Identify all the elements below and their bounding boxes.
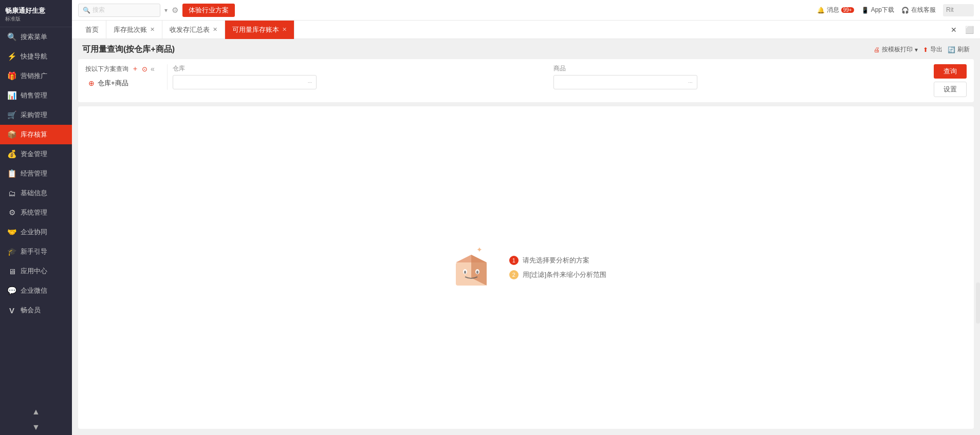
tab-home[interactable]: 首页 (78, 21, 106, 39)
scheme-header: 按以下方案查询 ＋ ⊙ « (85, 64, 160, 73)
sidebar-item-onboard[interactable]: 🎓 新手引导 (0, 242, 72, 261)
scheme-item-label: 仓库+商品 (98, 79, 128, 88)
main-area: 🔍 搜索 ▾ ⚙ 体验行业方案 🔔 消息 99+ 📱 App下载 🎧 在线客服 … (72, 0, 980, 435)
tip-num-1: 1 (509, 256, 519, 265)
scheme-section: 按以下方案查询 ＋ ⊙ « ⊕ 仓库+商品 (85, 64, 168, 90)
query-panel: 按以下方案查询 ＋ ⊙ « ⊕ 仓库+商品 仓库 ·· (78, 59, 974, 102)
gear-icon: ⚙ (7, 208, 16, 217)
app-download-button[interactable]: 📱 App下载 (861, 6, 894, 14)
sidebar-item-label: 应用中心 (21, 267, 47, 276)
sidebar-item-basic-info[interactable]: 🗂 基础信息 (0, 183, 72, 203)
empty-tip-2: 2 用[过滤]条件来缩小分析范围 (509, 270, 606, 279)
bell-icon: 🔔 (817, 7, 825, 14)
refresh-action[interactable]: 🔄 刷新 (948, 45, 970, 54)
print-action[interactable]: 🖨 按模板打印 ▾ (874, 45, 918, 54)
sidebar-item-label: 经营管理 (21, 169, 47, 178)
page-header: 可用量查询(按仓库+商品) 🖨 按模板打印 ▾ ⬆ 导出 🔄 刷新 (72, 39, 980, 59)
topbar-right: 🔔 消息 99+ 📱 App下载 🎧 在线客服 Rit (817, 4, 974, 16)
user-avatar[interactable]: Rit (943, 4, 974, 16)
message-badge: 99+ (841, 7, 854, 13)
close-window-button[interactable]: ✕ (947, 23, 960, 36)
sidebar-item-inventory[interactable]: 📦 库存核算 (0, 125, 72, 144)
tab-batch-account[interactable]: 库存批次账 ✕ (106, 21, 162, 39)
settings-icon[interactable]: ⚙ (172, 6, 178, 15)
sidebar-item-sales[interactable]: 📊 销售管理 (0, 86, 72, 105)
search-icon: 🔍 (83, 7, 90, 14)
sidebar-item-label: 资金管理 (21, 149, 47, 159)
sidebar-item-label: 畅会员 (21, 306, 41, 315)
print-chevron-icon[interactable]: ▾ (915, 46, 918, 53)
tab-available-ledger[interactable]: 可用量库存账本 ✕ (225, 21, 294, 39)
empty-svg: ✦ (446, 242, 497, 293)
product-label: 商品 (553, 64, 929, 73)
content-area: 可用量查询(按仓库+商品) 🖨 按模板打印 ▾ ⬆ 导出 🔄 刷新 (72, 39, 980, 435)
maximize-window-button[interactable]: ⬜ (963, 23, 976, 36)
app-download-label: App下载 (871, 6, 894, 14)
close-icon[interactable]: ✕ (150, 26, 155, 33)
topbar: 🔍 搜索 ▾ ⚙ 体验行业方案 🔔 消息 99+ 📱 App下载 🎧 在线客服 … (72, 0, 980, 21)
sidebar-item-label: 系统管理 (21, 208, 47, 217)
close-icon[interactable]: ✕ (282, 26, 287, 33)
export-action[interactable]: ⬆ 导出 (923, 45, 942, 54)
svg-point-5 (464, 271, 466, 274)
sidebar-item-app-center[interactable]: 🖥 应用中心 (0, 261, 72, 281)
add-scheme-button[interactable]: ＋ (132, 64, 139, 73)
message-label: 消息 (827, 6, 839, 14)
chat-icon: 💬 (7, 286, 16, 295)
tab-receive-summary[interactable]: 收发存汇总表 ✕ (162, 21, 225, 39)
scheme-icon: ⊕ (88, 79, 95, 87)
sidebar-item-purchase[interactable]: 🛒 采购管理 (0, 105, 72, 125)
message-button[interactable]: 🔔 消息 99+ (817, 6, 854, 14)
settings-scheme-button[interactable]: ⊙ (142, 65, 147, 73)
print-label: 按模板打印 (882, 45, 913, 54)
sidebar-item-enterprise[interactable]: 🤝 企业协同 (0, 222, 72, 242)
svg-point-6 (476, 271, 478, 274)
sidebar-item-marketing[interactable]: 🎁 营销推广 (0, 66, 72, 86)
app-subtitle: 标准版 (5, 15, 67, 23)
sidebar-item-search[interactable]: 🔍 搜索菜单 (0, 27, 72, 47)
sidebar-item-wechat[interactable]: 💬 企业微信 (0, 281, 72, 300)
dropdown-chevron-icon[interactable]: ▾ (164, 7, 168, 14)
empty-tip-1: 1 请先选择要分析的方案 (509, 256, 606, 265)
print-icon: 🖨 (874, 46, 880, 53)
sidebar-item-label: 新手引导 (21, 247, 47, 256)
sidebar-item-label: 企业微信 (21, 286, 47, 295)
sidebar-item-shortcut[interactable]: ⚡ 快捷导航 (0, 47, 72, 66)
chart-icon: 📊 (7, 91, 16, 100)
product-more-icon[interactable]: ··· (688, 80, 692, 85)
sidebar-scroll-down[interactable]: ▼ (0, 420, 72, 435)
sidebar-scroll-up[interactable]: ▲ (0, 404, 72, 420)
sidebar-item-operation[interactable]: 📋 经营管理 (0, 164, 72, 183)
tip-num-2: 2 (509, 270, 519, 279)
warehouse-more-icon[interactable]: ··· (308, 80, 312, 85)
online-service-button[interactable]: 🎧 在线客服 (901, 6, 936, 14)
clipboard-icon: 📋 (7, 169, 16, 178)
query-button[interactable]: 查询 (934, 64, 967, 79)
svg-text:✦: ✦ (476, 245, 483, 254)
warehouse-input[interactable]: ··· (173, 75, 317, 89)
sidebar-item-label: 营销推广 (21, 71, 47, 81)
sidebar-item-member[interactable]: V 畅会员 (0, 300, 72, 320)
empty-illustration: ✦ (446, 242, 497, 293)
graduation-icon: 🎓 (7, 247, 16, 256)
trial-button[interactable]: 体验行业方案 (182, 4, 235, 17)
monitor-icon: 🖥 (7, 267, 16, 276)
sidebar-item-finance[interactable]: 💰 资金管理 (0, 144, 72, 164)
lightning-icon: ⚡ (7, 52, 16, 61)
product-input[interactable]: ··· (553, 75, 697, 89)
close-icon[interactable]: ✕ (213, 26, 217, 33)
tip-text-1: 请先选择要分析的方案 (523, 256, 589, 265)
sidebar-nav: 🔍 搜索菜单 ⚡ 快捷导航 🎁 营销推广 📊 销售管理 🛒 采购管理 📦 库存核… (0, 27, 72, 404)
export-label: 导出 (930, 45, 942, 54)
tab-receive-summary-label: 收发存汇总表 (170, 25, 210, 34)
action-buttons: 查询 设置 (934, 64, 967, 97)
page-header-actions: 🖨 按模板打印 ▾ ⬆ 导出 🔄 刷新 (874, 45, 970, 54)
right-scrollbar[interactable] (976, 282, 980, 324)
global-search[interactable]: 🔍 搜索 (78, 4, 160, 17)
filter-row: 仓库 ··· 商品 ··· (173, 64, 929, 89)
scheme-item-warehouse-product[interactable]: ⊕ 仓库+商品 (85, 77, 160, 90)
settings-button[interactable]: 设置 (934, 82, 967, 97)
collapse-button[interactable]: « (151, 65, 155, 73)
sidebar-item-system[interactable]: ⚙ 系统管理 (0, 203, 72, 222)
sidebar-item-label: 快捷导航 (21, 52, 47, 61)
